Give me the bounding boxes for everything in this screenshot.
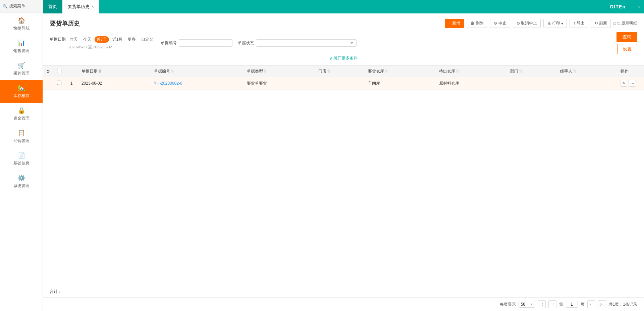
page-content: 要货单历史 + 新增 🗑 删除 ⊘ 中止 ⊘ 取消中止 🖨 打印 ▾ ↑ 导出 … bbox=[43, 13, 644, 311]
sidebar-item-label: 资金管理 bbox=[13, 116, 30, 121]
tab-requisition-history[interactable]: 要货单历史 × bbox=[62, 0, 99, 13]
show-detail-toggle[interactable]: □ □ 显示明细 bbox=[613, 20, 637, 26]
th-date-label: 单据日期 bbox=[82, 69, 98, 74]
sort-store-icon: ⇅ bbox=[327, 69, 330, 74]
sales-icon: 📊 bbox=[18, 39, 25, 47]
th-department[interactable]: 部门⇅ bbox=[507, 66, 556, 77]
table-header-row: ⚙ 单据日期⇅ 单据编号⇅ 单据类型⇅ 门店⇅ 要货仓库⇅ 待出仓库⇅ 部门⇅ … bbox=[43, 66, 644, 77]
th-pending-warehouse-label: 待出仓库 bbox=[439, 69, 455, 74]
export-button[interactable]: ↑ 导出 bbox=[570, 19, 588, 28]
search-icon: 🔍 bbox=[3, 4, 8, 9]
date-filter-label: 单据日期 bbox=[50, 37, 66, 42]
main-area: 首页 要货单历史 × OfTEn — × 要货单历史 + 新增 🗑 删除 ⊘ 中… bbox=[43, 0, 644, 311]
total-info: 共1页，1条记录 bbox=[609, 302, 637, 307]
doc-status-filter: 单据状态 bbox=[238, 39, 606, 47]
prev-page-btn[interactable]: 〈 bbox=[548, 300, 556, 308]
doc-number-filter: 单据编号 bbox=[161, 39, 232, 47]
select-all-checkbox[interactable] bbox=[57, 69, 61, 73]
sidebar-item-sales[interactable]: 📊 销售管理 bbox=[0, 35, 43, 58]
th-docno[interactable]: 单据编号⇅ bbox=[151, 66, 244, 77]
th-store[interactable]: 门店⇅ bbox=[315, 66, 365, 77]
search-menu[interactable]: 🔍 搜索菜单 bbox=[0, 0, 43, 13]
sidebar-item-inventory[interactable]: 🏡 库存核算 bbox=[0, 80, 43, 103]
expand-icon: ∨ bbox=[329, 56, 332, 61]
query-button[interactable]: 查询 bbox=[616, 32, 637, 42]
date-btn-today[interactable]: 今天 bbox=[81, 36, 93, 43]
first-page-btn[interactable]: 《 bbox=[538, 300, 546, 308]
date-btn-more[interactable]: 更多 bbox=[126, 36, 138, 43]
next-page-btn[interactable]: 〉 bbox=[587, 300, 595, 308]
page-number-input[interactable] bbox=[566, 301, 578, 308]
expand-more-btn[interactable]: ∨ 展开更多条件 bbox=[50, 54, 637, 62]
per-page-label: 每页显示 bbox=[500, 302, 516, 307]
sidebar-item-quick-nav[interactable]: 🏠 快捷导航 bbox=[0, 13, 43, 35]
th-handler-label: 经手人 bbox=[560, 69, 572, 74]
row-more-btn[interactable]: ⋯ bbox=[629, 80, 636, 87]
show-detail-label: □ 显示明细 bbox=[618, 20, 637, 26]
data-table: ⚙ 单据日期⇅ 单据编号⇅ 单据类型⇅ 门店⇅ 要货仓库⇅ 待出仓库⇅ 部门⇅ … bbox=[43, 65, 644, 90]
date-range-display: 2023-05-27 至 2023-06-02 bbox=[68, 45, 112, 50]
th-num bbox=[65, 66, 78, 77]
last-page-btn[interactable]: 》 bbox=[598, 300, 606, 308]
settings-button[interactable]: 设置 bbox=[617, 44, 637, 54]
sidebar-item-operations[interactable]: 📋 经营管理 bbox=[0, 125, 43, 148]
expand-label: 展开更多条件 bbox=[333, 55, 358, 61]
th-gear[interactable]: ⚙ bbox=[43, 66, 54, 77]
tab-requisition-label: 要货单历史 bbox=[68, 4, 90, 10]
th-docno-label: 单据编号 bbox=[154, 69, 170, 74]
th-date[interactable]: 单据日期⇅ bbox=[78, 66, 151, 77]
stop-button[interactable]: ⊘ 中止 bbox=[490, 19, 510, 28]
system-icon: ⚙️ bbox=[18, 174, 25, 182]
date-btn-yesterday[interactable]: 昨天 bbox=[68, 36, 80, 43]
td-docno[interactable]: YH-20230602-0 bbox=[151, 77, 244, 90]
row-edit-btn[interactable]: ✎ bbox=[621, 80, 627, 87]
new-button[interactable]: + 新增 bbox=[445, 19, 464, 28]
per-page-select[interactable]: 20 50 100 bbox=[519, 301, 535, 308]
filter-area: 单据日期 昨天 今天 近7天 近1月 更多 自定义 2023-05-27 至 2… bbox=[43, 28, 644, 65]
sidebar-item-purchase[interactable]: 🛒 采购管理 bbox=[0, 58, 43, 80]
delete-button[interactable]: 🗑 删除 bbox=[467, 19, 487, 28]
doc-number-input[interactable] bbox=[179, 39, 232, 47]
th-pending-warehouse[interactable]: 待出仓库⇅ bbox=[436, 66, 507, 77]
sort-req-warehouse-icon: ⇅ bbox=[385, 69, 388, 74]
filter-row-1: 单据日期 昨天 今天 近7天 近1月 更多 自定义 2023-05-27 至 2… bbox=[50, 32, 637, 54]
doc-status-label: 单据状态 bbox=[238, 40, 254, 46]
td-doctype: 要货单要货 bbox=[244, 77, 315, 90]
sidebar-item-finance[interactable]: 🔒 资金管理 bbox=[0, 103, 43, 125]
row-checkbox[interactable] bbox=[57, 81, 61, 85]
cancel-stop-button[interactable]: ⊘ 取消中止 bbox=[513, 19, 541, 28]
sidebar-item-label: 销售管理 bbox=[13, 48, 30, 54]
sidebar-item-label: 快捷导航 bbox=[13, 26, 30, 31]
close-btn[interactable]: × bbox=[638, 4, 640, 9]
top-nav: 首页 要货单历史 × OfTEn — × bbox=[43, 0, 644, 13]
search-menu-label: 搜索菜单 bbox=[9, 3, 25, 9]
doc-status-select[interactable] bbox=[256, 39, 357, 47]
tab-close-icon[interactable]: × bbox=[92, 4, 94, 9]
table-area: ⚙ 单据日期⇅ 单据编号⇅ 单据类型⇅ 门店⇅ 要货仓库⇅ 待出仓库⇅ 部门⇅ … bbox=[43, 65, 644, 286]
pagination-bar: 每页显示 20 50 100 《 〈 第 页 〉 》 共1页，1条记录 bbox=[43, 297, 644, 311]
sort-department-icon: ⇅ bbox=[519, 69, 522, 74]
tab-home[interactable]: 首页 bbox=[43, 0, 62, 13]
td-handler bbox=[557, 77, 617, 90]
sidebar-item-system[interactable]: ⚙️ 系统管理 bbox=[0, 170, 43, 193]
print-button[interactable]: 🖨 打印 ▾ bbox=[543, 19, 567, 28]
td-checkbox[interactable] bbox=[54, 77, 65, 90]
toolbar: + 新增 🗑 删除 ⊘ 中止 ⊘ 取消中止 🖨 打印 ▾ ↑ 导出 ↻ 刷新 □… bbox=[445, 19, 637, 28]
minimize-btn[interactable]: — bbox=[631, 4, 635, 9]
refresh-button[interactable]: ↻ 刷新 bbox=[591, 19, 611, 28]
date-btn-custom[interactable]: 自定义 bbox=[139, 36, 155, 43]
th-checkbox[interactable] bbox=[54, 66, 65, 77]
td-department bbox=[507, 77, 556, 90]
sidebar-item-label: 系统管理 bbox=[13, 183, 30, 189]
sidebar-item-base-info[interactable]: 📄 基础信息 bbox=[0, 148, 43, 170]
th-doctype[interactable]: 单据类型⇅ bbox=[244, 66, 315, 77]
date-btn-7days[interactable]: 近7天 bbox=[95, 36, 109, 43]
sidebar-item-label: 库存核算 bbox=[13, 93, 30, 99]
query-buttons: 查询 设置 bbox=[616, 32, 637, 54]
date-btn-1month[interactable]: 近1月 bbox=[110, 36, 125, 43]
th-req-warehouse[interactable]: 要货仓库⇅ bbox=[365, 66, 436, 77]
home-icon: 🏠 bbox=[18, 17, 25, 24]
td-gear bbox=[43, 77, 54, 90]
finance-icon: 🔒 bbox=[18, 107, 25, 114]
th-handler[interactable]: 经手人⇅ bbox=[557, 66, 617, 77]
